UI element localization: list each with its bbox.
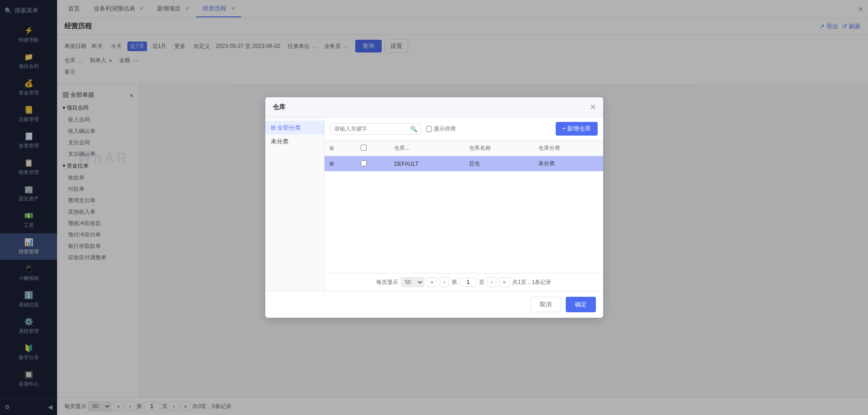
modal-per-page-select[interactable]: 50 10 20 100	[401, 277, 424, 287]
modal-page-label: 第	[452, 278, 457, 286]
row-category: 未分类	[534, 156, 603, 172]
th-category[interactable]: 仓库分类	[534, 141, 603, 156]
search-icon: 🔍	[410, 126, 417, 132]
modal-title: 仓库	[273, 103, 285, 111]
modal-body: ⊞ 全部分类 未分类 🔍 显示停用	[265, 117, 603, 291]
th-code[interactable]: 仓库...	[389, 141, 464, 156]
row-code: DEFAULT	[389, 156, 464, 172]
show-disabled-checkbox[interactable]: 显示停用	[426, 125, 456, 133]
modal-prev-btn[interactable]: ‹	[440, 277, 449, 287]
row-select-checkbox[interactable]	[361, 160, 367, 166]
add-warehouse-button[interactable]: + 新增仓库	[556, 122, 597, 136]
modal-toolbar: 🔍 显示停用 + 新增仓库	[325, 117, 603, 141]
col-name-label: 仓库名称	[469, 145, 491, 151]
col-code-label: 仓库...	[394, 145, 410, 151]
modal-left-panel: ⊞ 全部分类 未分类	[265, 117, 325, 291]
th-checkbox	[356, 141, 390, 156]
modal-overlay: 仓库 ✕ ⊞ 全部分类 未分类 🔍	[0, 0, 868, 415]
row-checkbox	[356, 156, 390, 172]
table-header-row: ⚙ 仓库... 仓库名称 仓库分类	[325, 141, 603, 156]
search-input[interactable]	[334, 126, 410, 132]
confirm-button[interactable]: 确定	[566, 297, 596, 312]
row-name: 总仓	[464, 156, 534, 172]
modal-last-btn[interactable]: »	[499, 277, 510, 287]
modal-pagination: 每页显示 50 10 20 100 « ‹ 第 页 › » 共1页，1条记录	[325, 273, 603, 291]
modal-close-button[interactable]: ✕	[590, 103, 596, 111]
category-label: ⊞ 全部分类	[271, 124, 301, 132]
add-warehouse-label: + 新增仓库	[562, 125, 591, 133]
disabled-label: 显示停用	[434, 125, 456, 133]
warehouse-table: ⚙ 仓库... 仓库名称 仓库分类	[325, 141, 603, 172]
modal-category-unclassified[interactable]: 未分类	[265, 135, 324, 148]
th-gear: ⚙	[325, 141, 356, 156]
table-row[interactable]: ⚙ DEFAULT 总仓 未分类	[325, 156, 603, 172]
row-gear: ⚙	[325, 156, 356, 172]
modal-next-btn[interactable]: ›	[487, 277, 496, 287]
category-label: 未分类	[271, 137, 289, 146]
search-box: 🔍	[330, 123, 421, 135]
modal-header: 仓库 ✕	[265, 97, 603, 117]
modal-right-panel: 🔍 显示停用 + 新增仓库 ⚙	[325, 117, 603, 291]
cancel-button[interactable]: 取消	[530, 297, 561, 312]
col-category-label: 仓库分类	[538, 145, 560, 151]
modal-category-all[interactable]: ⊞ 全部分类	[265, 121, 324, 135]
th-name[interactable]: 仓库名称	[464, 141, 534, 156]
modal-first-btn[interactable]: «	[427, 277, 437, 287]
warehouse-modal: 仓库 ✕ ⊞ 全部分类 未分类 🔍	[265, 97, 603, 318]
modal-total-info: 共1页，1条记录	[512, 278, 551, 286]
select-all-checkbox[interactable]	[361, 145, 367, 151]
warehouse-table-wrap: ⚙ 仓库... 仓库名称 仓库分类	[325, 141, 603, 273]
modal-footer: 取消 确定	[265, 291, 603, 318]
modal-page-suffix: 页	[479, 278, 484, 286]
modal-per-page-label: 每页显示	[376, 278, 398, 286]
disabled-checkbox[interactable]	[426, 126, 432, 132]
modal-page-input[interactable]	[460, 278, 476, 287]
